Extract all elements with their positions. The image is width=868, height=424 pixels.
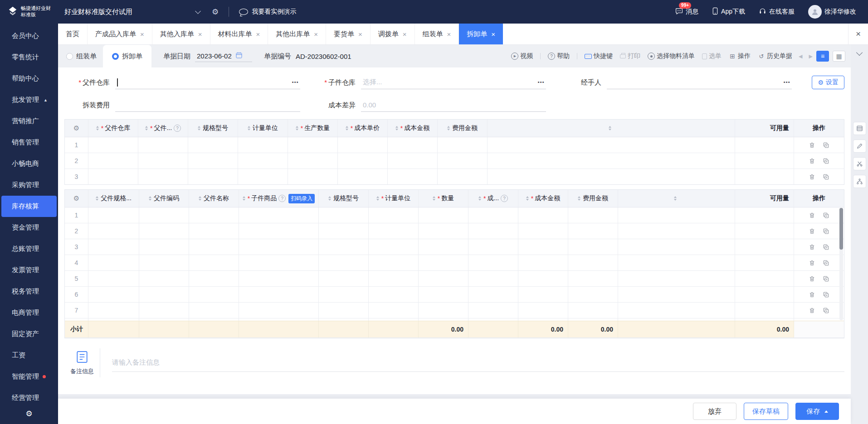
sidebar-item-8[interactable]: 库存核算 (1, 196, 57, 217)
column-header-6[interactable]: *成本单价 (338, 120, 388, 137)
tab-0[interactable]: 首页 (58, 24, 88, 44)
empty-cell[interactable] (189, 207, 239, 223)
empty-cell[interactable] (139, 303, 189, 318)
empty-cell[interactable] (468, 318, 518, 321)
demo-link[interactable]: 我要看实例演示 (239, 8, 296, 16)
copy-icon[interactable] (823, 212, 829, 219)
empty-cell[interactable] (139, 239, 189, 255)
empty-cell[interactable] (388, 137, 438, 153)
empty-cell[interactable] (488, 169, 735, 184)
empty-cell[interactable] (238, 137, 288, 153)
empty-cell[interactable] (288, 169, 338, 184)
app-download-button[interactable]: App下载 (712, 7, 745, 16)
empty-cell[interactable] (369, 239, 419, 255)
empty-cell[interactable] (88, 207, 139, 223)
empty-cell[interactable] (189, 303, 239, 318)
empty-cell[interactable] (618, 239, 735, 255)
child-warehouse-input[interactable]: 选择... ⋯ (361, 76, 546, 89)
empty-cell[interactable] (88, 287, 139, 302)
column-header-5[interactable]: *生产数量 (288, 120, 338, 137)
sort-icon[interactable] (145, 126, 148, 130)
tab-4[interactable]: 其他出库单× (268, 24, 326, 44)
empty-cell[interactable] (419, 207, 468, 223)
empty-cell[interactable] (88, 303, 139, 318)
empty-cell[interactable] (468, 223, 518, 239)
empty-cell[interactable] (369, 255, 419, 270)
empty-cell[interactable] (88, 255, 139, 270)
note-icon[interactable] (853, 140, 866, 153)
disassembly-fee-input[interactable] (115, 98, 300, 112)
keyboard-action[interactable]: 快捷键 (585, 52, 613, 60)
printer-action[interactable]: 打印 (620, 52, 640, 60)
empty-cell[interactable] (419, 318, 468, 321)
empty-cell[interactable] (88, 153, 138, 169)
column-header-10[interactable]: 可用量 (735, 120, 794, 137)
empty-cell[interactable] (568, 223, 618, 239)
trash-icon[interactable] (809, 244, 815, 251)
empty-cell[interactable] (138, 137, 188, 153)
tab-2[interactable]: 其他入库单× (152, 24, 210, 44)
empty-cell[interactable] (468, 207, 518, 223)
empty-cell[interactable] (138, 153, 188, 169)
sort-icon[interactable] (395, 126, 398, 130)
empty-cell[interactable] (468, 271, 518, 286)
empty-cell[interactable] (488, 153, 735, 169)
trash-icon[interactable] (809, 275, 815, 282)
column-header-7[interactable]: *成本金额 (388, 120, 438, 137)
column-header-8[interactable]: *成...? (468, 190, 518, 207)
empty-cell[interactable] (568, 255, 618, 270)
empty-cell[interactable] (189, 239, 239, 255)
tabbar-close[interactable]: × (848, 24, 868, 44)
column-header-2[interactable]: *父件...? (138, 120, 188, 137)
close-icon[interactable]: × (447, 30, 451, 38)
trash-icon[interactable] (809, 142, 815, 149)
assembly-order-radio[interactable]: 组装单 (66, 52, 97, 61)
empty-cell[interactable] (735, 207, 794, 223)
column-header-3[interactable]: 父件名称 (189, 190, 239, 207)
history-action[interactable]: 历史单据 (758, 52, 792, 60)
empty-cell[interactable] (319, 239, 369, 255)
sort-icon[interactable] (376, 196, 379, 201)
empty-cell[interactable] (239, 239, 319, 255)
sort-icon[interactable] (328, 196, 331, 201)
workspace-gear-icon[interactable]: ⚙ (212, 7, 219, 17)
empty-cell[interactable] (735, 239, 794, 255)
empty-cell[interactable] (419, 287, 468, 302)
empty-cell[interactable] (319, 318, 369, 321)
sidebar-item-7[interactable]: 采购管理 (0, 174, 58, 196)
empty-cell[interactable] (618, 318, 735, 321)
empty-cell[interactable] (488, 137, 735, 153)
trash-icon[interactable] (809, 260, 815, 266)
cost-diff-input[interactable]: 0.00 (361, 98, 546, 112)
empty-cell[interactable] (518, 318, 568, 321)
empty-cell[interactable] (388, 169, 438, 184)
discard-button[interactable]: 放弃 (693, 403, 736, 420)
doc-date-input[interactable]: 2023-06-02 (195, 50, 252, 62)
column-header-7[interactable]: *数量 (419, 190, 468, 207)
empty-cell[interactable] (568, 271, 618, 286)
empty-cell[interactable] (239, 271, 319, 286)
empty-cell[interactable] (88, 239, 139, 255)
sidebar-item-9[interactable]: 资金管理 (0, 217, 58, 238)
prev-doc-arrow[interactable]: ◀ (799, 53, 802, 59)
column-header-4[interactable]: 计量单位 (238, 120, 288, 137)
card-view-button[interactable]: ▦ (833, 51, 845, 62)
copy-icon[interactable] (823, 142, 829, 149)
empty-cell[interactable] (735, 255, 794, 270)
sort-icon[interactable] (199, 196, 201, 201)
empty-cell[interactable] (568, 239, 618, 255)
empty-cell[interactable] (735, 153, 794, 169)
column-header-2[interactable]: 父件编码 (139, 190, 189, 207)
close-icon[interactable]: × (256, 30, 260, 38)
column-header-4[interactable]: *子件商品?扫码录入 (239, 190, 319, 207)
scan-entry-badge[interactable]: 扫码录入 (288, 194, 315, 203)
calendar-icon[interactable] (235, 52, 243, 60)
panel-icon[interactable] (853, 122, 866, 135)
close-icon[interactable]: × (358, 30, 362, 38)
sort-icon[interactable] (248, 126, 250, 130)
empty-cell[interactable] (618, 223, 735, 239)
empty-cell[interactable] (189, 287, 239, 302)
cut-icon[interactable] (853, 157, 866, 170)
picker-dots-icon[interactable]: ⋯ (783, 78, 790, 87)
empty-cell[interactable] (568, 207, 618, 223)
